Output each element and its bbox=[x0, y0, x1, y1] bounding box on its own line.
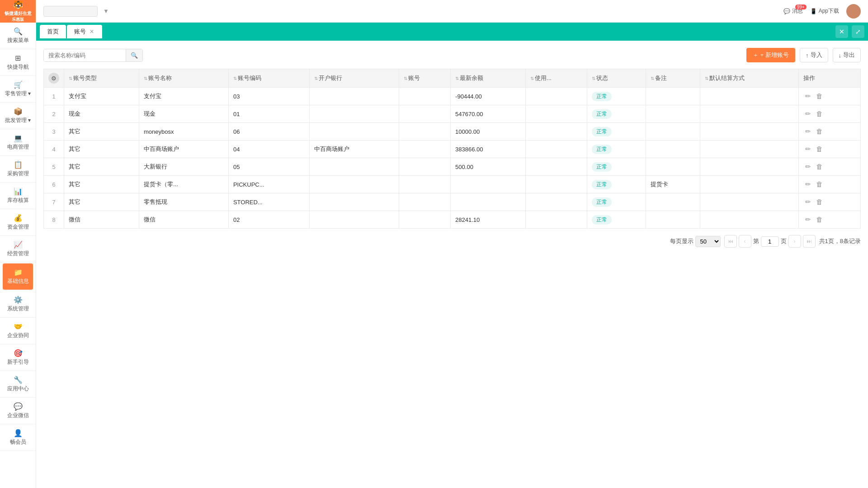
sidebar-item-label: 企业协同 bbox=[7, 332, 29, 338]
row-number: 3 bbox=[44, 123, 64, 141]
delete-button[interactable]: 🗑 bbox=[814, 109, 825, 118]
last-page-button[interactable]: ⏭ bbox=[803, 235, 816, 248]
search-button[interactable]: 🔍 bbox=[126, 49, 142, 61]
col-bank[interactable]: ⇅开户银行 bbox=[310, 69, 399, 88]
per-page-select[interactable]: 50 20 100 bbox=[695, 236, 721, 247]
sidebar-item-quicknav[interactable]: ⊞ 快捷导航 bbox=[0, 49, 36, 76]
edit-button[interactable]: ✏ bbox=[803, 109, 813, 119]
appcenter-icon: 🔧 bbox=[2, 375, 34, 384]
col-balance[interactable]: ⇅最新余额 bbox=[451, 69, 526, 88]
topbar-dropdown-icon[interactable]: ▼ bbox=[103, 8, 109, 14]
table-row: 7 其它 零售抵现 STORED... 正常 ✏ 🗑 bbox=[44, 193, 861, 211]
tab-home[interactable]: 首页 bbox=[40, 25, 66, 38]
topbar: ▼ 💬 消息 99+ 📱 App下载 bbox=[36, 0, 868, 23]
guide-icon: 🎯 bbox=[2, 349, 34, 357]
message-button[interactable]: 💬 消息 99+ bbox=[783, 7, 803, 15]
delete-button[interactable]: 🗑 bbox=[814, 144, 825, 154]
delete-button[interactable]: 🗑 bbox=[814, 179, 825, 189]
sidebar-item-retail[interactable]: 🛒 零售管理 ▾ bbox=[0, 76, 36, 103]
logo-icon: 🐯 bbox=[13, 0, 23, 10]
prev-page-button[interactable]: ‹ bbox=[739, 235, 751, 248]
sidebar-item-purchase[interactable]: 📋 采购管理 bbox=[0, 156, 36, 183]
logo-text: 畅捷通好生意 bbox=[5, 10, 32, 17]
col-remark[interactable]: ⇅备注 bbox=[646, 69, 700, 88]
row-actions: ✏ 🗑 bbox=[798, 193, 860, 211]
sidebar-item-operation[interactable]: 📈 经营管理 bbox=[0, 236, 36, 263]
col-account-type[interactable]: ⇅账号类型 bbox=[64, 69, 139, 88]
edit-button[interactable]: ✏ bbox=[803, 197, 813, 207]
edit-button[interactable]: ✏ bbox=[803, 215, 813, 225]
tab-close-all-button[interactable]: ✕ bbox=[835, 25, 848, 38]
row-number: 1 bbox=[44, 88, 64, 105]
sidebar-item-member[interactable]: 👤 畅会员 bbox=[0, 424, 36, 451]
page-number-input[interactable] bbox=[761, 236, 779, 247]
add-account-button[interactable]: ＋ + 新增账号 bbox=[746, 48, 795, 62]
user-avatar[interactable] bbox=[846, 4, 861, 19]
export-icon: ↓ bbox=[839, 52, 842, 59]
row-usage bbox=[526, 88, 587, 105]
col-account-name[interactable]: ⇅账号名称 bbox=[139, 69, 228, 88]
content-area: 🔍 ＋ + 新增账号 ↑ 导入 ↓ 导出 bbox=[36, 41, 868, 488]
col-default-payment[interactable]: ⇅默认结算方式 bbox=[700, 69, 798, 88]
row-status: 正常 bbox=[587, 88, 646, 105]
row-account-name: moneybosx bbox=[139, 123, 228, 141]
delete-button[interactable]: 🗑 bbox=[814, 197, 825, 206]
tab-account[interactable]: 账号 ✕ bbox=[67, 25, 102, 38]
export-label: 导出 bbox=[843, 51, 855, 59]
tab-account-label: 账号 bbox=[74, 28, 86, 36]
sidebar-item-collab[interactable]: 🤝 企业协同 bbox=[0, 318, 36, 344]
row-default-payment bbox=[700, 88, 798, 105]
col-status[interactable]: ⇅状态 bbox=[587, 69, 646, 88]
tab-maximize-button[interactable]: ⤢ bbox=[852, 25, 864, 38]
sidebar-item-wholesale[interactable]: 📦 批发管理 ▾ bbox=[0, 103, 36, 129]
row-account-type: 其它 bbox=[64, 123, 139, 141]
row-account-name: 现金 bbox=[139, 105, 228, 123]
search-input[interactable] bbox=[44, 49, 126, 61]
edit-button[interactable]: ✏ bbox=[803, 91, 813, 101]
status-badge: 正常 bbox=[592, 127, 612, 136]
edit-button[interactable]: ✏ bbox=[803, 179, 813, 189]
edit-button[interactable]: ✏ bbox=[803, 127, 813, 136]
sidebar-item-search[interactable]: 🔍 搜索菜单 bbox=[0, 23, 36, 49]
row-balance bbox=[451, 176, 526, 193]
tabbar-actions: ✕ ⤢ bbox=[835, 25, 868, 38]
sidebar-item-basic-info[interactable]: 📁 基础信息 bbox=[3, 263, 33, 290]
row-remark bbox=[646, 158, 700, 176]
sidebar-item-ecommerce[interactable]: 💻 电商管理 bbox=[0, 129, 36, 156]
row-account-code: 04 bbox=[228, 141, 309, 158]
row-account-num bbox=[399, 211, 451, 229]
delete-button[interactable]: 🗑 bbox=[814, 215, 825, 224]
row-account-num bbox=[399, 123, 451, 141]
gear-icon[interactable]: ⚙ bbox=[48, 73, 59, 84]
import-button[interactable]: ↑ 导入 bbox=[800, 48, 828, 62]
col-account-code[interactable]: ⇅账号编码 bbox=[228, 69, 309, 88]
row-default-payment bbox=[700, 123, 798, 141]
sidebar-item-appcenter[interactable]: 🔧 应用中心 bbox=[0, 371, 36, 398]
export-button[interactable]: ↓ 导出 bbox=[833, 48, 861, 62]
row-number: 6 bbox=[44, 176, 64, 193]
row-status: 正常 bbox=[587, 211, 646, 229]
sidebar-item-system[interactable]: ⚙️ 系统管理 bbox=[0, 291, 36, 318]
tab-close-button[interactable]: ✕ bbox=[89, 28, 95, 35]
sidebar-item-finance[interactable]: 💰 资金管理 bbox=[0, 209, 36, 236]
edit-button[interactable]: ✏ bbox=[803, 162, 813, 172]
status-badge: 正常 bbox=[592, 145, 612, 154]
topbar-search-input[interactable] bbox=[43, 6, 98, 17]
sidebar-item-enterprise-wechat[interactable]: 💬 企业微信 bbox=[0, 398, 36, 424]
first-page-button[interactable]: ⏮ bbox=[724, 235, 737, 248]
sidebar-item-guide[interactable]: 🎯 新手引导 bbox=[0, 344, 36, 371]
delete-button[interactable]: 🗑 bbox=[814, 162, 825, 171]
delete-button[interactable]: 🗑 bbox=[814, 91, 825, 101]
col-usage[interactable]: ⇅使用... bbox=[526, 69, 587, 88]
row-account-name: 零售抵现 bbox=[139, 193, 228, 211]
add-account-label: + 新增账号 bbox=[760, 51, 789, 59]
edit-button[interactable]: ✏ bbox=[803, 144, 813, 154]
inventory-icon: 📊 bbox=[2, 187, 34, 196]
column-settings[interactable]: ⚙ bbox=[44, 69, 64, 88]
delete-button[interactable]: 🗑 bbox=[814, 127, 825, 136]
row-bank bbox=[310, 123, 399, 141]
next-page-button[interactable]: › bbox=[788, 235, 801, 248]
col-account-num[interactable]: ⇅账号 bbox=[399, 69, 451, 88]
app-download-button[interactable]: 📱 App下载 bbox=[810, 7, 839, 15]
sidebar-item-inventory[interactable]: 📊 库存核算 bbox=[0, 183, 36, 209]
